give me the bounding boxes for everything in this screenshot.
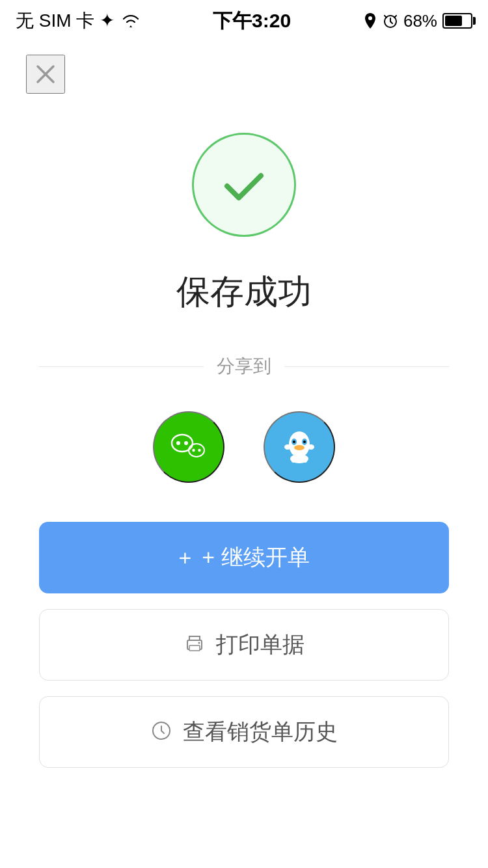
wifi-icon: [121, 14, 141, 28]
svg-point-13: [303, 441, 306, 443]
qq-icon: [278, 425, 320, 469]
share-label: 分享到: [217, 354, 271, 379]
print-label: 打印单据: [216, 630, 305, 660]
svg-rect-21: [189, 645, 200, 651]
no-sim-label: 无 SIM 卡 ✦: [16, 8, 115, 33]
svg-point-22: [198, 642, 200, 644]
print-button[interactable]: 打印单据: [39, 609, 449, 681]
status-bar: 无 SIM 卡 ✦ 下午3:20 68%: [0, 0, 488, 42]
svg-point-15: [284, 444, 291, 450]
status-left: 无 SIM 卡 ✦: [16, 8, 141, 33]
checkmark-icon: [218, 159, 270, 211]
battery-icon: [442, 13, 472, 29]
close-button[interactable]: [26, 55, 65, 94]
svg-point-12: [293, 441, 295, 443]
history-icon: [150, 720, 172, 745]
svg-point-4: [176, 441, 180, 445]
svg-point-14: [294, 445, 305, 450]
svg-rect-18: [291, 456, 295, 463]
plus-icon: +: [178, 547, 191, 569]
status-time: 下午3:20: [213, 8, 291, 34]
location-icon: [363, 12, 377, 29]
wechat-icon: [168, 426, 210, 468]
svg-point-16: [308, 444, 314, 450]
wechat-share-button[interactable]: [153, 411, 224, 483]
success-title: 保存成功: [176, 269, 312, 315]
alarm-icon: [383, 12, 398, 29]
share-icons: [39, 411, 449, 483]
svg-rect-19: [303, 456, 307, 463]
status-right: 68%: [363, 11, 472, 31]
main-content: 保存成功 分享到: [0, 107, 488, 868]
svg-point-8: [198, 449, 200, 452]
history-button[interactable]: 查看销货单历史: [39, 696, 449, 768]
qq-share-button[interactable]: [264, 411, 335, 483]
continue-order-label: + 继续开单: [202, 543, 309, 573]
svg-point-6: [189, 444, 204, 457]
close-area: [0, 42, 488, 107]
share-section: 分享到: [39, 354, 449, 483]
share-divider: 分享到: [39, 354, 449, 379]
battery-fill: [445, 16, 462, 26]
battery-percent: 68%: [403, 11, 437, 31]
svg-point-9: [289, 431, 310, 457]
history-label: 查看销货单历史: [183, 717, 338, 747]
action-buttons: + + 继续开单 打印单据 查看销货单历史: [39, 522, 449, 768]
printer-icon: [183, 632, 206, 658]
success-icon-circle: [192, 133, 296, 237]
svg-point-5: [184, 441, 188, 445]
continue-order-button[interactable]: + + 继续开单: [39, 522, 449, 593]
svg-point-7: [192, 449, 195, 452]
